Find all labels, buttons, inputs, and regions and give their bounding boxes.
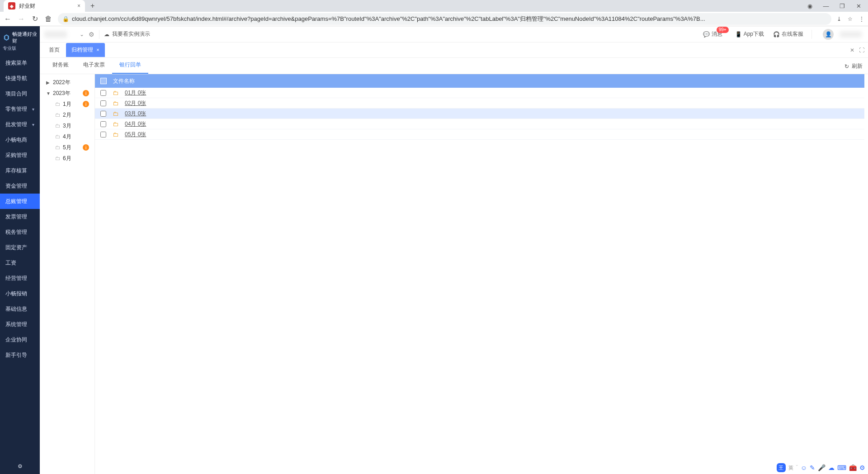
fullscreen-icon[interactable]: ⛶ <box>859 47 864 53</box>
ime-pill[interactable]: 王 <box>777 463 786 472</box>
install-icon[interactable]: ⤓ <box>837 16 841 22</box>
table-row[interactable]: 🗀01月 0张 <box>95 88 864 98</box>
table-row[interactable]: 🗀05月 0张 <box>95 129 864 140</box>
file-name[interactable]: 01月 0张 <box>125 89 146 97</box>
close-icon[interactable]: × <box>96 47 99 52</box>
url-field[interactable]: 🔒 cloud.chanjet.com/cc/u6d89qwnryel/57bf… <box>58 13 831 25</box>
new-tab-button[interactable]: + <box>90 2 94 10</box>
file-name[interactable]: 04月 0张 <box>125 120 146 128</box>
subtab-einvoice[interactable]: 电子发票 <box>76 57 112 74</box>
sidebar-item[interactable]: 企业协同 <box>0 332 40 347</box>
subtab-bankreceipt[interactable]: 银行回单 <box>112 57 148 74</box>
sidebar-item[interactable]: 基础信息 <box>0 301 40 317</box>
edit-icon[interactable]: ✎ <box>810 464 815 471</box>
account-icon[interactable]: ◉ <box>806 3 814 9</box>
tab-home[interactable]: 首页 <box>43 43 65 57</box>
sidebar-item[interactable]: 批发管理▾ <box>0 117 40 132</box>
sidebar-item[interactable]: 快捷导航 <box>0 71 40 86</box>
logo-block: 畅捷通好业财 专业版 <box>0 26 40 55</box>
org-settings-icon[interactable]: ⚙ <box>89 31 94 38</box>
ime-lang[interactable]: 英 <box>788 465 793 471</box>
close-all-icon[interactable]: ✕ <box>850 47 854 53</box>
row-checkbox[interactable] <box>100 121 106 127</box>
star-icon[interactable]: ☆ <box>848 16 853 22</box>
tab-bar: ◈ 好业财 × + ◉ — ❐ ✕ <box>0 0 868 12</box>
window-close-icon[interactable]: ✕ <box>854 3 863 9</box>
table-row[interactable]: 🗀03月 0张 <box>95 109 864 119</box>
sidebar-item[interactable]: 固定资产 <box>0 240 40 255</box>
tree-year-2023[interactable]: ▼ 2023年 i <box>42 88 93 99</box>
trash-icon[interactable]: 🗑 <box>44 15 52 23</box>
messages-button[interactable]: 💬 消息 99+ <box>703 30 722 38</box>
table-row[interactable]: 🗀04月 0张 <box>95 119 864 129</box>
tree-month[interactable]: 🗀4月 <box>42 131 93 142</box>
sidebar-item[interactable]: 库存核算 <box>0 163 40 178</box>
sidebar-item[interactable]: 资金管理 <box>0 178 40 194</box>
sidebar-item[interactable]: 发票管理 <box>0 209 40 224</box>
toolbox-icon[interactable]: 🧰 <box>849 464 857 471</box>
minimize-icon[interactable]: — <box>822 3 830 9</box>
sidebar-item[interactable]: 小畅报销 <box>0 286 40 301</box>
sidebar-item[interactable]: 零售管理▾ <box>0 101 40 117</box>
table-row[interactable]: 🗀02月 0张 <box>95 98 864 109</box>
tree-month[interactable]: 🗀6月 <box>42 153 93 164</box>
row-checkbox[interactable] <box>100 90 106 96</box>
file-name[interactable]: 05月 0张 <box>125 131 146 138</box>
tree-month-label: 4月 <box>63 133 71 141</box>
keyboard-icon[interactable]: ⌨ <box>837 464 846 471</box>
refresh-button[interactable]: ↻ 刷新 <box>844 62 863 74</box>
reload-icon[interactable]: ↻ <box>31 14 39 23</box>
kebab-icon[interactable]: ⋮ <box>859 16 864 22</box>
browser-tab[interactable]: ◈ 好业财 × <box>4 0 85 12</box>
select-all-checkbox[interactable] <box>100 78 107 84</box>
window-controls: ◉ — ❐ ✕ <box>806 3 868 9</box>
forward-icon[interactable]: → <box>17 15 25 23</box>
tree-month[interactable]: 🗀5月i <box>42 142 93 153</box>
subtab-finance[interactable]: 财务账 <box>45 57 76 74</box>
settings-button[interactable]: ⚙ <box>0 459 40 474</box>
sidebar-item[interactable]: 项目合同 <box>0 86 40 101</box>
sidebar-item[interactable]: 总账管理 <box>0 194 40 209</box>
sidebar-item[interactable]: 经营管理 <box>0 270 40 286</box>
tab-home-label: 首页 <box>49 47 60 53</box>
cloud-icon[interactable]: ☁ <box>828 464 835 471</box>
tree-month[interactable]: 🗀1月i <box>42 99 93 109</box>
emoji-icon[interactable]: ☺ <box>801 464 807 471</box>
app-download-button[interactable]: 📱 App下载 <box>735 30 764 38</box>
app-root: 畅捷通好业财 专业版 搜索菜单快捷导航项目合同零售管理▾批发管理▾小畅电商采购管… <box>0 26 868 474</box>
folder-icon: 🗀 <box>113 131 118 138</box>
row-checkbox[interactable] <box>100 111 106 117</box>
tree-month[interactable]: 🗀3月 <box>42 120 93 131</box>
avatar[interactable]: 👤 <box>823 29 834 40</box>
demo-link[interactable]: ☁ 我要看实例演示 <box>104 30 150 38</box>
address-bar: ← → ↻ 🗑 🔒 cloud.chanjet.com/cc/u6d89qwnr… <box>0 12 868 26</box>
row-checkbox[interactable] <box>100 132 106 137</box>
voice-icon[interactable]: 🎤 <box>818 464 826 471</box>
online-service-button[interactable]: 🎧 在线客服 <box>773 30 803 38</box>
sidebar-item[interactable]: 采购管理 <box>0 147 40 163</box>
row-checkbox[interactable] <box>100 100 106 106</box>
sidebar-item[interactable]: 新手引导 <box>0 347 40 363</box>
file-name[interactable]: 03月 0张 <box>125 110 146 118</box>
tab-archive[interactable]: 归档管理 × <box>66 43 105 57</box>
refresh-label: 刷新 <box>852 62 863 70</box>
sidebar-item[interactable]: 小畅电商 <box>0 132 40 147</box>
sidebar-item[interactable]: 搜索菜单 <box>0 55 40 71</box>
tree-year-2022[interactable]: ▶ 2022年 <box>42 77 93 88</box>
logo-edition: 专业版 <box>3 45 37 52</box>
sidebar: 畅捷通好业财 专业版 搜索菜单快捷导航项目合同零售管理▾批发管理▾小畅电商采购管… <box>0 26 40 474</box>
sidebar-item[interactable]: 税务管理 <box>0 224 40 240</box>
settings-icon[interactable]: ⚙ <box>859 464 865 471</box>
file-name[interactable]: 02月 0张 <box>125 100 146 107</box>
maximize-icon[interactable]: ❐ <box>838 3 846 9</box>
folder-icon: 🗀 <box>113 110 118 117</box>
sidebar-item-label: 工资 <box>5 259 16 267</box>
main-area: ⌄ ⚙ ☁ 我要看实例演示 💬 消息 99+ 📱 App下载 🎧 在线客服 <box>40 26 868 474</box>
tree-month[interactable]: 🗀2月 <box>42 109 93 120</box>
org-name-redacted <box>44 31 67 38</box>
sidebar-item[interactable]: 工资 <box>0 255 40 270</box>
back-icon[interactable]: ← <box>4 15 12 23</box>
sidebar-item[interactable]: 系统管理 <box>0 317 40 332</box>
org-selector[interactable]: ⌄ <box>44 31 84 38</box>
close-icon[interactable]: × <box>77 3 80 9</box>
